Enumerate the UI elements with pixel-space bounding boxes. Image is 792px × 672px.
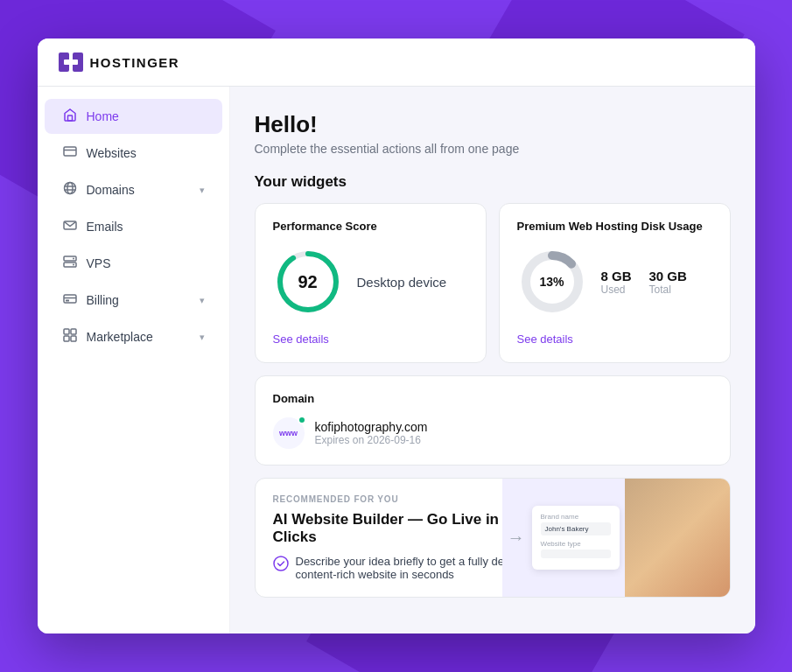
visual-right-image [625,479,730,597]
domain-name: kofiphotography.com [315,420,428,434]
disk-used-stat: 8 GB Used [601,269,632,296]
disk-stats: 8 GB Used 30 GB Total [601,269,687,296]
svg-point-14 [73,264,74,266]
main-layout: Home Websites [38,87,755,634]
visual-left: → Brand name John's Bakery Website type [502,479,625,597]
performance-see-details-link[interactable]: See details [273,332,329,346]
disk-total-label: Total [649,284,687,296]
svg-rect-4 [64,147,76,156]
svg-point-6 [64,183,75,194]
sidebar-item-vps[interactable]: VPS [45,246,222,281]
form-label-brand: Brand name [541,513,611,521]
performance-score-value: 92 [298,272,317,292]
disk-donut-chart: 13% [517,247,587,317]
svg-point-7 [67,183,73,194]
arrow-right-icon: → [508,528,525,548]
svg-point-26 [274,556,288,570]
check-circle-icon [273,556,289,574]
disk-total-stat: 30 GB Total [649,269,687,296]
performance-score-widget: Performance Score 92 Desktop device See … [255,203,487,363]
topbar: HOSTINGER [38,38,755,87]
websites-icon [62,144,78,162]
hostinger-logo-icon [59,52,83,72]
widgets-row: Performance Score 92 Desktop device See … [255,203,731,363]
disk-widget-title: Premium Web Hosting Disk Usage [517,220,712,233]
domain-widget: Domain www kofiphotography.com Expires o… [255,375,731,466]
domain-widget-title: Domain [273,392,712,405]
logo: HOSTINGER [59,52,180,72]
disk-used-value: 8 GB [601,269,632,284]
greeting-title: Hello! [255,111,731,138]
svg-rect-17 [66,300,69,302]
performance-circle-chart: 92 [273,247,343,317]
disk-percent-value: 13% [539,275,564,289]
sidebar-label-vps: VPS [87,256,205,270]
disk-total-value: 30 GB [649,269,687,284]
domain-item: www kofiphotography.com Expires on 2026-… [273,417,712,449]
main-content: Hello! Complete the essential actions al… [230,87,755,634]
form-preview: Brand name John's Bakery Website type [532,506,620,570]
marketplace-icon [62,328,78,346]
recommended-visual: → Brand name John's Bakery Website type [502,479,730,597]
marketplace-chevron-icon: ▾ [200,332,205,343]
domain-active-indicator [298,416,306,424]
sidebar-item-marketplace[interactable]: Marketplace ▾ [45,319,222,354]
svg-rect-21 [71,336,76,341]
vps-icon [62,255,78,272]
domains-chevron-icon: ▾ [200,185,205,196]
svg-rect-15 [64,295,76,303]
form-label-type: Website type [541,540,611,548]
sidebar-label-home: Home [87,109,205,123]
home-icon [62,108,78,125]
greeting-subtitle: Complete the essential actions all from … [255,142,731,156]
disk-used-label: Used [601,284,632,296]
sidebar-label-billing: Billing [87,293,191,307]
disk-see-details-link[interactable]: See details [517,332,573,346]
billing-chevron-icon: ▾ [200,295,205,306]
sidebar-item-home[interactable]: Home [45,99,222,134]
recommended-card: RECOMMENDED FOR YOU AI Website Builder —… [255,478,731,598]
sidebar-item-websites[interactable]: Websites [45,136,222,171]
form-field-type [541,550,611,558]
sidebar: Home Websites [38,87,230,634]
svg-rect-3 [67,116,72,121]
browser-window: HOSTINGER Home [38,38,755,634]
sidebar-label-emails: Emails [87,220,205,234]
sidebar-item-domains[interactable]: Domains ▾ [45,172,222,207]
app-name: HOSTINGER [90,55,180,70]
disk-usage-widget: Premium Web Hosting Disk Usage 13% 8 GB [499,203,731,363]
svg-point-13 [73,258,74,260]
domain-info: kofiphotography.com Expires on 2026-09-1… [315,420,428,446]
form-field-brand: John's Bakery [541,522,611,536]
emails-icon [62,218,78,235]
svg-rect-2 [64,60,78,65]
perf-score-content: 92 Desktop device [273,247,468,317]
sidebar-label-websites: Websites [87,146,205,160]
performance-widget-title: Performance Score [273,220,468,233]
widgets-section-title: Your widgets [255,173,731,191]
disk-usage-content: 13% 8 GB Used 30 GB Total [517,247,712,317]
billing-icon [62,291,78,309]
sidebar-label-domains: Domains [87,183,191,197]
device-label: Desktop device [357,275,447,290]
domains-icon [62,181,78,199]
svg-rect-19 [71,329,76,334]
domain-expiry: Expires on 2026-09-16 [315,434,428,446]
svg-rect-20 [64,336,69,341]
sidebar-label-marketplace: Marketplace [87,330,191,344]
svg-rect-18 [64,329,69,334]
sidebar-item-emails[interactable]: Emails [45,209,222,244]
domain-dot-icon: www [273,417,305,449]
sidebar-item-billing[interactable]: Billing ▾ [45,283,222,318]
